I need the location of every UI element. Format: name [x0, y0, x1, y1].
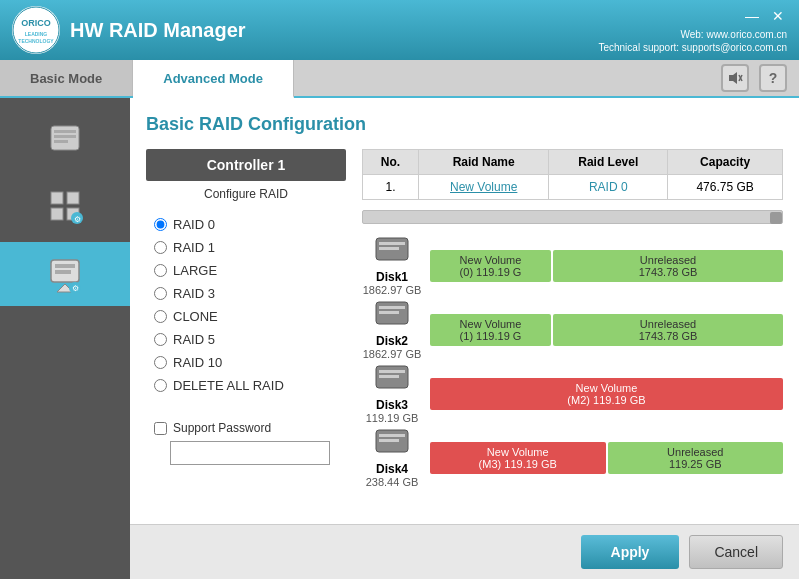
col-header-name: Raid Name [419, 150, 549, 175]
support-password-checkbox[interactable] [154, 422, 167, 435]
close-button[interactable]: ✕ [769, 7, 787, 25]
password-input[interactable] [170, 441, 330, 465]
raid-option-raid3[interactable]: RAID 3 [154, 282, 338, 305]
col-header-capacity: Capacity [668, 150, 783, 175]
mute-icon [727, 70, 743, 86]
help-button[interactable]: ? [759, 64, 787, 92]
tab-advanced-mode[interactable]: Advanced Mode [133, 60, 294, 98]
mute-button[interactable] [721, 64, 749, 92]
table-row: 1. New Volume RAID 0 476.75 GB [363, 175, 783, 200]
sidebar-item-settings[interactable]: ⚙ [0, 242, 130, 306]
disk3-size: 119.19 GB [362, 412, 422, 424]
website-info: Web: www.orico.com.cn Technical support:… [598, 29, 787, 53]
svg-point-0 [13, 7, 59, 53]
disk-section: Disk1 1862.97 GB New Volume (0) 119.19 G… [362, 236, 783, 488]
disk4-bar2: Unreleased 119.25 GB [608, 442, 784, 474]
scrollbar-thumb[interactable] [770, 212, 782, 224]
disk3-icon [362, 364, 422, 398]
cell-level: RAID 0 [549, 175, 668, 200]
svg-rect-8 [54, 130, 76, 133]
right-panel: No. Raid Name Raid Level Capacity 1. New… [362, 149, 783, 488]
col-header-level: Raid Level [549, 150, 668, 175]
disk1-bar1: New Volume (0) 119.19 G [430, 250, 551, 282]
svg-rect-11 [51, 192, 63, 204]
support-password-label: Support Password [173, 421, 271, 435]
raid-option-clone[interactable]: CLONE [154, 305, 338, 328]
table-scrollbar[interactable] [362, 210, 783, 224]
svg-rect-31 [379, 375, 399, 378]
controller-header: Controller 1 [146, 149, 346, 181]
bottom-bar: Apply Cancel [130, 524, 799, 579]
svg-rect-10 [54, 140, 68, 143]
disk3-icon-box: Disk3 119.19 GB [362, 364, 422, 424]
svg-text:TECHNOLOGY: TECHNOLOGY [18, 38, 54, 44]
svg-rect-13 [51, 208, 63, 220]
nav-right-icons: ? [721, 64, 787, 92]
support-password-row: Support Password [146, 421, 346, 435]
raid-option-delete-all[interactable]: DELETE ALL RAID [154, 374, 338, 397]
disk2-label: Disk2 [362, 334, 422, 348]
grid-icon: ⚙ [45, 186, 85, 226]
svg-rect-25 [379, 247, 399, 250]
disk2-bar1: New Volume (1) 119.19 G [430, 314, 551, 346]
content-area: Basic RAID Configuration Controller 1 Co… [130, 98, 799, 579]
disk3-bar1: New Volume (M2) 119.19 GB [430, 378, 783, 410]
svg-rect-19 [55, 270, 71, 274]
svg-text:ORICO: ORICO [21, 18, 51, 28]
disk2-size: 1862.97 GB [362, 348, 422, 360]
svg-rect-18 [55, 264, 75, 268]
disk4-label: Disk4 [362, 462, 422, 476]
cell-name[interactable]: New Volume [419, 175, 549, 200]
svg-rect-30 [379, 370, 405, 373]
disk1-icon-box: Disk1 1862.97 GB [362, 236, 422, 296]
tab-basic-mode[interactable]: Basic Mode [0, 60, 133, 96]
disk1-size: 1862.97 GB [362, 284, 422, 296]
orico-logo-icon: ORICO LEADING TECHNOLOGY [12, 6, 60, 54]
svg-rect-33 [379, 434, 405, 437]
title-bar: ORICO LEADING TECHNOLOGY HW RAID Manager… [0, 0, 799, 60]
svg-rect-12 [67, 192, 79, 204]
svg-rect-9 [54, 135, 76, 138]
app-title: HW RAID Manager [70, 19, 246, 42]
left-panel: Controller 1 Configure RAID RAID 0 RAID … [146, 149, 346, 488]
cell-no: 1. [363, 175, 419, 200]
disk1-row: Disk1 1862.97 GB New Volume (0) 119.19 G… [362, 236, 783, 296]
raid-option-raid1[interactable]: RAID 1 [154, 236, 338, 259]
apply-button[interactable]: Apply [581, 535, 680, 569]
disk3-label: Disk3 [362, 398, 422, 412]
svg-rect-27 [379, 306, 405, 309]
raid-option-raid5[interactable]: RAID 5 [154, 328, 338, 351]
sidebar: ⚙ ⚙ [0, 98, 130, 579]
disk2-row: Disk2 1862.97 GB New Volume (1) 119.19 G… [362, 300, 783, 360]
svg-text:⚙: ⚙ [72, 284, 79, 293]
inner-layout: Controller 1 Configure RAID RAID 0 RAID … [146, 149, 783, 488]
raid-options-list: RAID 0 RAID 1 LARGE RAID 3 [146, 213, 346, 397]
main-content: ⚙ ⚙ Basic RAID Configuration [0, 98, 799, 579]
nav-bar: Basic Mode Advanced Mode ? [0, 60, 799, 98]
disk4-row: Disk4 238.44 GB New Volume (M3) 119.19 G… [362, 428, 783, 488]
svg-marker-4 [729, 72, 737, 84]
disk1-bar2: Unreleased 1743.78 GB [553, 250, 783, 282]
svg-text:LEADING: LEADING [25, 31, 48, 37]
configure-label: Configure RAID [146, 181, 346, 207]
sidebar-item-grid[interactable]: ⚙ [0, 174, 130, 238]
svg-text:⚙: ⚙ [74, 215, 81, 224]
minimize-button[interactable]: — [743, 7, 761, 25]
disk-icon [45, 118, 85, 158]
raid-option-raid10[interactable]: RAID 10 [154, 351, 338, 374]
disk4-size: 238.44 GB [362, 476, 422, 488]
disk1-icon [362, 236, 422, 270]
raid-option-raid0[interactable]: RAID 0 [154, 213, 338, 236]
disk2-bar2: Unreleased 1743.78 GB [553, 314, 783, 346]
settings-disk-icon: ⚙ [45, 254, 85, 294]
raid-table: No. Raid Name Raid Level Capacity 1. New… [362, 149, 783, 200]
logo-box: ORICO LEADING TECHNOLOGY [12, 6, 60, 54]
content-title: Basic RAID Configuration [146, 114, 783, 135]
cancel-button[interactable]: Cancel [689, 535, 783, 569]
window-controls[interactable]: — ✕ [743, 7, 787, 25]
disk4-bars: New Volume (M3) 119.19 GB Unreleased 119… [430, 442, 783, 474]
sidebar-item-disk[interactable] [0, 106, 130, 170]
svg-rect-28 [379, 311, 399, 314]
raid-option-large[interactable]: LARGE [154, 259, 338, 282]
svg-rect-24 [379, 242, 405, 245]
